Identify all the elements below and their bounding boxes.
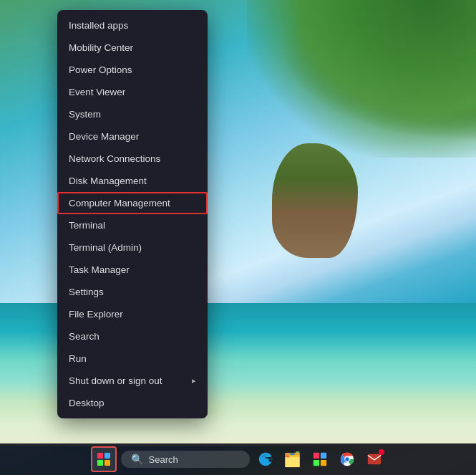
search-icon: 🔍 <box>131 454 143 465</box>
chrome-svg <box>339 451 355 467</box>
taskbar-edge-icon[interactable] <box>254 448 277 471</box>
taskbar: 🔍 Search 🗂️ <box>0 443 476 475</box>
menu-item-file-explorer[interactable]: File Explorer <box>57 303 208 325</box>
menu-item-terminal[interactable]: Terminal <box>57 214 208 236</box>
svg-rect-3 <box>320 460 326 466</box>
notification-badge <box>379 449 384 455</box>
svg-rect-0 <box>313 453 319 459</box>
folder-icon: 🗂️ <box>283 451 301 468</box>
menu-item-desktop[interactable]: Desktop <box>57 392 208 414</box>
edge-svg <box>258 451 273 467</box>
taskbar-file-explorer-icon[interactable]: 🗂️ <box>281 448 304 471</box>
menu-item-device-manager[interactable]: Device Manager <box>57 125 208 148</box>
taskbar-search-bar[interactable]: 🔍 Search <box>121 451 250 468</box>
menu-item-run[interactable]: Run <box>57 347 208 370</box>
menu-item-disk-management[interactable]: Disk Management <box>57 170 208 192</box>
menu-item-shut-down[interactable]: Shut down or sign out ▸ <box>57 370 208 392</box>
menu-item-settings[interactable]: Settings <box>57 281 208 303</box>
menu-item-installed-apps[interactable]: Installed apps <box>57 14 208 37</box>
svg-point-6 <box>345 457 349 461</box>
menu-item-terminal-admin[interactable]: Terminal (Admin) <box>57 236 208 259</box>
menu-item-power-options[interactable]: Power Options <box>57 59 208 81</box>
menu-item-system[interactable]: System <box>57 103 208 125</box>
submenu-arrow-icon: ▸ <box>192 376 196 385</box>
context-menu: Installed apps Mobility Center Power Opt… <box>57 10 208 418</box>
svg-rect-1 <box>320 453 326 459</box>
start-button[interactable] <box>91 446 117 472</box>
taskbar-mail-icon[interactable] <box>363 448 386 471</box>
menu-item-mobility-center[interactable]: Mobility Center <box>57 37 208 59</box>
foliage-overlay <box>247 0 476 158</box>
taskbar-store-icon[interactable] <box>309 448 331 471</box>
menu-item-search[interactable]: Search <box>57 325 208 347</box>
menu-item-task-manager[interactable]: Task Manager <box>57 259 208 281</box>
svg-rect-7 <box>367 454 380 465</box>
menu-item-computer-management[interactable]: Computer Management <box>57 192 208 214</box>
svg-rect-2 <box>313 460 319 466</box>
windows-logo-icon <box>97 453 110 466</box>
taskbar-search-label: Search <box>149 454 178 465</box>
menu-item-network-connections[interactable]: Network Connections <box>57 148 208 170</box>
island-shape <box>272 143 358 258</box>
menu-item-event-viewer[interactable]: Event Viewer <box>57 81 208 103</box>
store-svg <box>312 451 328 467</box>
taskbar-chrome-icon[interactable] <box>336 448 359 471</box>
